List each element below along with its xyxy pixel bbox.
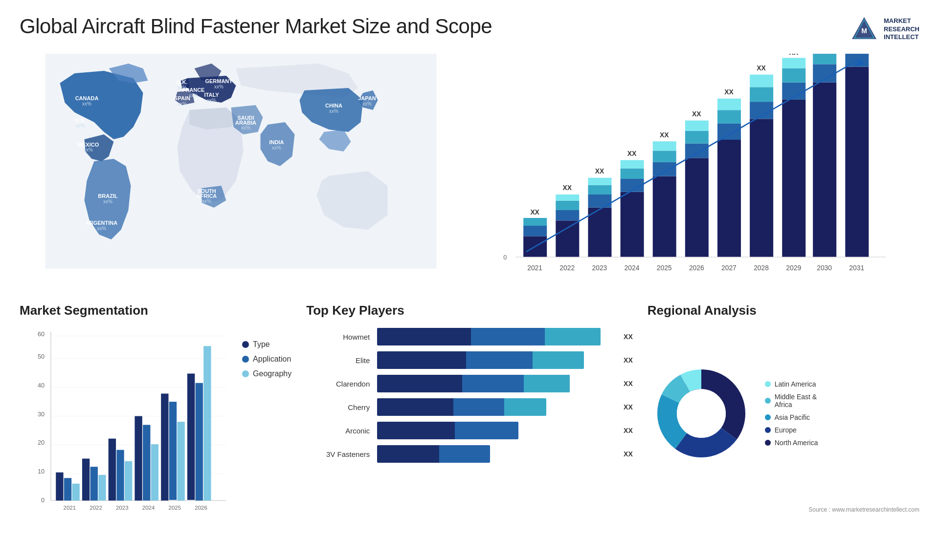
svg-text:2031: 2031 — [849, 264, 864, 272]
svg-text:xx%: xx% — [362, 101, 372, 107]
seg-container: 0 10 20 30 40 50 60 — [20, 325, 291, 501]
svg-text:2028: 2028 — [754, 264, 769, 272]
player-val: XX — [624, 356, 633, 364]
seg-chart: 0 10 20 30 40 50 60 — [20, 325, 232, 527]
svg-text:2022: 2022 — [89, 505, 102, 511]
svg-text:xx%: xx% — [82, 101, 91, 107]
players-list: Howmet XX Elite — [306, 325, 633, 463]
svg-rect-75 — [717, 99, 741, 110]
page-title: Global Aircraft Blind Fastener Market Si… — [20, 15, 492, 38]
asia-pacific-dot — [765, 414, 771, 420]
svg-rect-51 — [588, 178, 611, 185]
player-name: Cherry — [306, 403, 370, 411]
svg-text:xx%: xx% — [97, 226, 106, 231]
player-bar-container — [377, 398, 612, 416]
svg-text:xx%: xx% — [214, 84, 224, 89]
svg-rect-72 — [717, 140, 741, 257]
bar-seg1 — [377, 351, 466, 369]
application-label: Application — [253, 355, 291, 364]
svg-rect-121 — [82, 459, 89, 501]
svg-rect-44 — [556, 201, 579, 210]
key-players-section: Top Key Players Howmet XX — [306, 303, 633, 508]
svg-text:20: 20 — [38, 439, 45, 446]
svg-rect-131 — [151, 444, 158, 500]
map-section: CANADA xx% U.S. xx% MEXICO xx% BRAZIL xx… — [20, 54, 462, 288]
svg-rect-95 — [845, 67, 869, 257]
svg-text:xx%: xx% — [202, 198, 211, 204]
svg-rect-42 — [556, 220, 579, 257]
player-row: Clarendon XX — [306, 375, 633, 392]
svg-text:SPAIN: SPAIN — [174, 95, 190, 101]
svg-rect-135 — [177, 422, 184, 500]
chart-section: 0 XX 2021 XX 2022 — [477, 54, 919, 288]
europe-dot — [765, 427, 771, 433]
latin-america-dot — [765, 381, 771, 387]
bar-seg1 — [377, 398, 453, 416]
svg-text:2026: 2026 — [689, 264, 704, 272]
svg-rect-130 — [143, 425, 150, 500]
svg-rect-80 — [750, 87, 773, 102]
logo-text: MARKET RESEARCH INTELLECT — [884, 17, 919, 42]
player-name: Howmet — [306, 333, 370, 341]
svg-text:U.K.: U.K. — [177, 79, 188, 85]
seg-legend: Type Application Geography — [242, 325, 291, 378]
player-val: XX — [624, 450, 633, 458]
svg-text:2025: 2025 — [169, 505, 181, 511]
svg-rect-119 — [72, 484, 79, 501]
svg-text:xx%: xx% — [103, 199, 112, 204]
svg-rect-49 — [588, 194, 611, 208]
svg-rect-57 — [621, 160, 644, 169]
svg-rect-137 — [187, 374, 195, 500]
svg-text:XX: XX — [627, 150, 637, 157]
top-section: CANADA xx% U.S. xx% MEXICO xx% BRAZIL xx… — [20, 54, 919, 288]
player-name: Clarendon — [306, 380, 370, 388]
map-container: CANADA xx% U.S. xx% MEXICO xx% BRAZIL xx… — [20, 54, 462, 269]
svg-rect-138 — [196, 383, 203, 501]
svg-text:ARGENTINA: ARGENTINA — [86, 220, 117, 226]
svg-text:XX: XX — [789, 54, 798, 56]
svg-text:xx%: xx% — [84, 147, 93, 152]
legend-middle-east-africa: Middle East &Africa — [765, 393, 818, 409]
player-name: 3V Fasteners — [306, 450, 370, 458]
segmentation-title: Market Segmentation — [20, 303, 291, 318]
bar-chart-svg: 0 XX 2021 XX 2022 — [477, 54, 919, 288]
svg-rect-43 — [556, 210, 579, 220]
bar-seg2 — [439, 445, 490, 463]
svg-text:xx%: xx% — [272, 145, 281, 151]
svg-rect-81 — [750, 75, 773, 87]
player-bar-container — [377, 445, 612, 463]
svg-text:GERMANY: GERMANY — [205, 78, 233, 84]
player-bar — [377, 351, 584, 369]
svg-text:XX: XX — [595, 167, 604, 175]
svg-text:CHINA: CHINA — [325, 103, 342, 108]
player-bar-container — [377, 375, 612, 392]
svg-rect-87 — [782, 58, 805, 68]
player-bar — [377, 398, 546, 416]
svg-text:60: 60 — [38, 330, 45, 338]
bar-seg1 — [377, 422, 455, 439]
svg-rect-134 — [169, 402, 177, 500]
svg-text:ITALY: ITALY — [204, 92, 220, 98]
pie-area — [648, 360, 755, 467]
player-bar — [377, 375, 570, 392]
svg-rect-61 — [653, 162, 676, 176]
svg-rect-90 — [813, 83, 836, 257]
svg-rect-63 — [653, 141, 676, 151]
svg-text:40: 40 — [38, 382, 45, 389]
svg-text:XX: XX — [724, 88, 734, 96]
svg-text:2024: 2024 — [625, 264, 640, 272]
svg-rect-60 — [653, 176, 676, 257]
svg-text:2030: 2030 — [817, 264, 832, 272]
player-val: XX — [624, 333, 633, 341]
seg-chart-svg: 0 10 20 30 40 50 60 — [20, 325, 232, 525]
svg-rect-68 — [685, 131, 709, 144]
svg-rect-127 — [125, 461, 132, 501]
svg-text:0: 0 — [41, 496, 45, 504]
bar-seg1 — [377, 445, 439, 463]
svg-text:xx%: xx% — [207, 98, 216, 103]
svg-rect-48 — [588, 208, 611, 257]
svg-rect-78 — [750, 119, 773, 257]
logo-area: M MARKET RESEARCH INTELLECT — [850, 15, 919, 44]
svg-rect-50 — [588, 185, 611, 194]
svg-text:2027: 2027 — [721, 264, 737, 272]
